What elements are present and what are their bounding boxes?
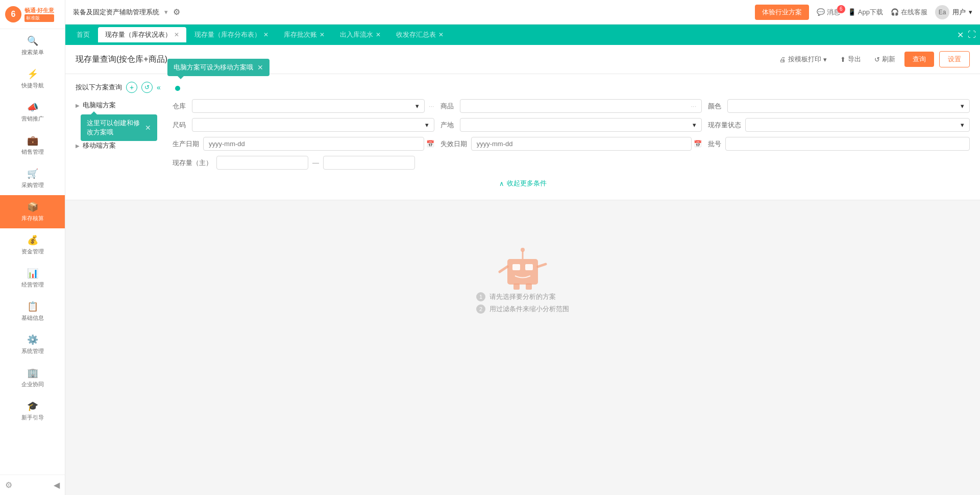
svg-rect-1 (512, 264, 520, 270)
status-select[interactable]: ▾ (745, 118, 970, 132)
topbar-dropdown-icon[interactable]: ▾ (164, 8, 168, 16)
main-area: 装备及固定资产辅助管理系统 ▾ ⚙ 体验行业方案 💬 消息 6 📱 App下载 … (65, 0, 980, 495)
tabbar: 首页 现存量（库存状况表） ✕ 现存量（库存分布表） ✕ 库存批次账 ✕ 出入库… (65, 25, 980, 45)
tab-inventory-status[interactable]: 现存量（库存状况表） ✕ (98, 27, 186, 42)
scheme-item-mobile[interactable]: ▶ 移动端方案 (76, 139, 157, 152)
sidebar-item-finance[interactable]: 💰 资金管理 (0, 228, 65, 262)
chevron-up-icon: ∧ (499, 180, 504, 187)
produce-date-range: 📅 (203, 137, 434, 151)
tab-home[interactable]: 首页 (69, 27, 97, 42)
settings-button[interactable]: 设置 (939, 51, 970, 67)
sidebar-footer: ⚙ ◀ (0, 475, 65, 495)
tab-fullscreen-icon[interactable]: ⛶ (968, 30, 976, 39)
inventory-qty-to[interactable] (323, 156, 415, 170)
goods-select-dots: ··· (691, 102, 696, 110)
tooltip1-close[interactable]: ✕ (257, 63, 263, 72)
search-menu-icon: 🔍 (27, 35, 38, 46)
tab-close-in-out-flow[interactable]: ✕ (376, 31, 381, 38)
refresh-icon: ↺ (874, 56, 880, 63)
online-support-action[interactable]: 🎧 在线客服 (891, 8, 927, 17)
origin-select[interactable]: ▾ (460, 118, 702, 132)
finance-icon: 💰 (27, 234, 38, 246)
scheme-item-pc[interactable]: ▶ 电脑端方案 (76, 99, 157, 111)
sidebar-item-guide[interactable]: 🎓 新手引导 (0, 394, 65, 428)
expire-date-from[interactable] (471, 137, 692, 151)
tab-close-receive-send[interactable]: ✕ (438, 31, 444, 38)
produce-date-from[interactable] (203, 137, 424, 151)
topbar-actions: 体验行业方案 💬 消息 6 📱 App下载 🎧 在线客服 Ea 用户 ▾ (755, 5, 972, 20)
tab-close-inventory-status[interactable]: ✕ (174, 31, 179, 38)
sidebar-item-inventory[interactable]: 📦 库存核算 (0, 195, 65, 228)
operations-icon: 📊 (27, 268, 38, 279)
filter-cell-expire-date: 失效日期 📅 (440, 137, 702, 151)
print-icon: 🖨 (779, 56, 786, 63)
scheme-list-container: ▶ 电脑端方案 这里可以创建和修改方案哦 ✕ ▶ 移动端方案 (76, 99, 157, 175)
size-select[interactable]: ▾ (192, 118, 434, 132)
sidebar-settings-icon[interactable]: ⚙ (5, 480, 12, 490)
scheme-item-mobile-container: ▶ 移动端方案 (76, 139, 157, 152)
user-avatar: Ea (935, 5, 949, 19)
tab-receive-send[interactable]: 收发存汇总表 ✕ (389, 27, 451, 42)
sidebar-item-system[interactable]: ⚙️ 系统管理 (0, 328, 65, 361)
filter-add-button[interactable]: + (126, 82, 137, 93)
sidebar-item-marketing[interactable]: 📣 营销推广 (0, 96, 65, 129)
sidebar-item-search-menu[interactable]: 🔍 搜索菜单 (0, 29, 65, 62)
print-button[interactable]: 🖨 按模板打印 ▾ (775, 53, 831, 66)
color-select[interactable]: ▾ (727, 99, 970, 113)
empty-illustration (497, 241, 548, 292)
tab-close-inventory-dist[interactable]: ✕ (263, 31, 268, 38)
collapse-button[interactable]: ∧ 收起更多条件 (76, 175, 970, 192)
sidebar-collapse-icon[interactable]: ◀ (54, 480, 60, 490)
sidebar-item-quick-nav[interactable]: ⚡ 快捷导航 (0, 62, 65, 96)
query-button[interactable]: 查询 (904, 52, 934, 67)
step-1-num: 1 (476, 292, 485, 301)
batch-input[interactable] (725, 137, 970, 151)
tab-in-out-flow[interactable]: 出入库流水 ✕ (333, 27, 388, 42)
tabbar-right: ✕ ⛶ (957, 30, 976, 40)
sidebar-item-sales[interactable]: 💼 销售管理 (0, 129, 65, 162)
tab-close-all-icon[interactable]: ✕ (957, 30, 964, 40)
expire-date-range: 📅 (471, 137, 702, 151)
warehouse-dots[interactable]: ··· (429, 102, 434, 110)
logo-text: 畅通·好生意 标准版 (24, 7, 54, 22)
svg-line-4 (538, 264, 546, 267)
svg-rect-2 (525, 264, 533, 270)
add-tooltip: 电脑方案可设为移动方案哦 ✕ (167, 59, 270, 76)
svg-point-6 (521, 248, 525, 252)
color-select-chevron: ▾ (961, 102, 964, 110)
filter-cell-produce-date: 生产日期 📅 (173, 137, 434, 151)
filter-cell-status: 现存量状态 ▾ (708, 118, 970, 132)
tab-close-batch-account[interactable]: ✕ (320, 31, 325, 38)
user-area[interactable]: Ea 用户 ▾ (935, 5, 972, 19)
trial-button[interactable]: 体验行业方案 (755, 5, 809, 20)
export-button[interactable]: ⬆ 导出 (836, 53, 865, 66)
edit-tooltip: 这里可以创建和修改方案哦 ✕ (81, 114, 157, 141)
sidebar-item-enterprise[interactable]: 🏢 企业协同 (0, 361, 65, 394)
warehouse-select[interactable]: ▾ (192, 99, 425, 113)
quick-nav-icon: ⚡ (27, 68, 38, 80)
system-name: 装备及固定资产辅助管理系统 (73, 8, 159, 17)
sidebar-item-purchase[interactable]: 🛒 采购管理 (0, 162, 65, 195)
sidebar-item-operations[interactable]: 📊 经营管理 (0, 262, 65, 295)
svg-rect-8 (526, 284, 532, 290)
goods-select[interactable]: ··· (460, 99, 702, 113)
topbar-settings-icon[interactable]: ⚙ (173, 7, 180, 17)
refresh-button[interactable]: ↺ 刷新 (870, 53, 899, 66)
sidebar-item-basic-info[interactable]: 📋 基础信息 (0, 295, 65, 328)
filter-area: 按以下方案查询 + ↺ « 电脑方案可设为移动方案哦 ✕ ▶ (65, 74, 980, 200)
produce-date-calendar-icon[interactable]: 📅 (426, 140, 434, 148)
filter-refresh-button[interactable]: ↺ (141, 82, 153, 93)
expire-date-calendar-icon[interactable]: 📅 (694, 140, 702, 148)
phone-icon: 📱 (848, 8, 856, 16)
tooltip2-close[interactable]: ✕ (145, 124, 151, 132)
filter-back-button[interactable]: « (157, 83, 161, 91)
system-icon: ⚙️ (27, 334, 38, 345)
inventory-qty-from[interactable] (216, 156, 308, 170)
export-icon: ⬆ (840, 56, 846, 63)
app-download-action[interactable]: 📱 App下载 (848, 8, 883, 17)
tab-inventory-dist[interactable]: 现存量（库存分布表） ✕ (187, 27, 276, 42)
message-action[interactable]: 💬 消息 6 (817, 8, 840, 17)
tab-batch-account[interactable]: 库存批次账 ✕ (277, 27, 332, 42)
purchase-icon: 🛒 (27, 168, 38, 179)
filter-cell-size: 尺码 ▾ (173, 118, 434, 132)
